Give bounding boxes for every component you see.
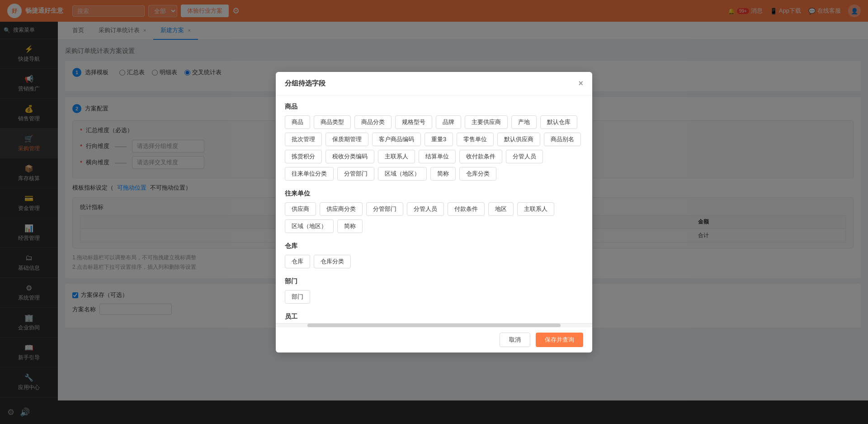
field-tag[interactable]: 分管部门	[366, 202, 403, 216]
field-tag[interactable]: 地区	[488, 202, 514, 216]
section-dept-title: 部门	[285, 277, 583, 286]
section-dept: 部门 部门	[285, 277, 583, 304]
field-tag[interactable]: 客户商品编码	[372, 133, 421, 146]
warehouse-field-tags: 仓库 仓库分类	[285, 255, 583, 268]
field-tag[interactable]: 仓库	[285, 255, 310, 268]
field-tag[interactable]: 主联系人	[378, 150, 415, 163]
section-employee-title: 员工	[285, 313, 583, 321]
product-field-tags: 商品 商品类型 商品分类 规格型号 品牌 主要供应商 产地 默认仓库 批次管理 …	[285, 115, 583, 181]
confirm-button[interactable]: 保存并查询	[536, 333, 583, 347]
section-warehouse: 仓库 仓库 仓库分类	[285, 242, 583, 268]
section-partner: 往来单位 供应商 供应商分类 分管部门 分管人员 付款条件 地区 主联系人 区域…	[285, 190, 583, 233]
field-tag[interactable]: 重量3	[425, 133, 453, 146]
field-tag[interactable]: 分管人员	[407, 202, 444, 216]
section-warehouse-title: 仓库	[285, 242, 583, 250]
field-tag[interactable]: 供应商分类	[320, 202, 363, 216]
field-tag[interactable]: 付款条件	[448, 202, 485, 216]
modal-hscroll[interactable]	[276, 323, 592, 327]
field-tag[interactable]: 主联系人	[517, 202, 554, 216]
modal-hscroll-thumb	[307, 324, 561, 327]
field-tag[interactable]: 简称	[430, 167, 456, 181]
field-tag[interactable]: 仓库分类	[459, 167, 496, 181]
field-tag[interactable]: 规格型号	[395, 115, 432, 129]
field-tag[interactable]: 产地	[511, 115, 537, 129]
field-tag[interactable]: 往来单位分类	[285, 167, 334, 181]
field-tag[interactable]: 区域（地区）	[285, 219, 334, 233]
field-tag[interactable]: 仓库分类	[314, 255, 351, 268]
field-tag[interactable]: 部门	[285, 290, 310, 304]
modal-title: 分组待选字段	[285, 79, 326, 88]
field-tag[interactable]: 零售单位	[457, 133, 494, 146]
field-tag[interactable]: 供应商	[285, 202, 316, 216]
modal-overlay: 分组待选字段 × 商品 商品 商品类型 商品分类 规格型号 品牌 主要供应商 产…	[0, 0, 868, 424]
field-tag[interactable]: 结算单位	[419, 150, 456, 163]
section-partner-title: 往来单位	[285, 190, 583, 198]
field-tag[interactable]: 区域（地区）	[378, 167, 427, 181]
field-tag[interactable]: 商品类型	[314, 115, 351, 129]
field-tag[interactable]: 拣货积分	[285, 150, 322, 163]
field-tag[interactable]: 分管人员	[506, 150, 543, 163]
cancel-button[interactable]: 取消	[500, 333, 530, 347]
field-tag[interactable]: 批次管理	[285, 133, 322, 146]
field-tag[interactable]: 主要供应商	[465, 115, 508, 129]
dept-field-tags: 部门	[285, 290, 583, 304]
field-tag[interactable]: 保质期管理	[326, 133, 368, 146]
partner-field-tags: 供应商 供应商分类 分管部门 分管人员 付款条件 地区 主联系人 区域（地区） …	[285, 202, 583, 233]
field-tag[interactable]: 商品	[285, 115, 310, 129]
field-tag[interactable]: 收付款条件	[459, 150, 502, 163]
field-tag[interactable]: 品牌	[436, 115, 461, 129]
field-tag[interactable]: 分管部门	[337, 167, 374, 181]
section-product: 商品 商品 商品类型 商品分类 规格型号 品牌 主要供应商 产地 默认仓库 批次…	[285, 103, 583, 181]
field-tag[interactable]: 商品别名	[544, 133, 581, 146]
modal-header: 分组待选字段 ×	[276, 72, 592, 95]
field-tag[interactable]: 默认仓库	[540, 115, 577, 129]
modal-footer: 取消 保存并查询	[276, 327, 592, 353]
modal-close-btn[interactable]: ×	[578, 79, 583, 87]
modal: 分组待选字段 × 商品 商品 商品类型 商品分类 规格型号 品牌 主要供应商 产…	[276, 72, 592, 353]
section-product-title: 商品	[285, 103, 583, 111]
section-employee: 员工 业务员	[285, 313, 583, 323]
modal-body: 商品 商品 商品类型 商品分类 规格型号 品牌 主要供应商 产地 默认仓库 批次…	[276, 95, 592, 323]
field-tag[interactable]: 默认供应商	[497, 133, 540, 146]
field-tag[interactable]: 简称	[337, 219, 363, 233]
field-tag[interactable]: 税收分类编码	[326, 150, 374, 163]
field-tag[interactable]: 商品分类	[354, 115, 392, 129]
